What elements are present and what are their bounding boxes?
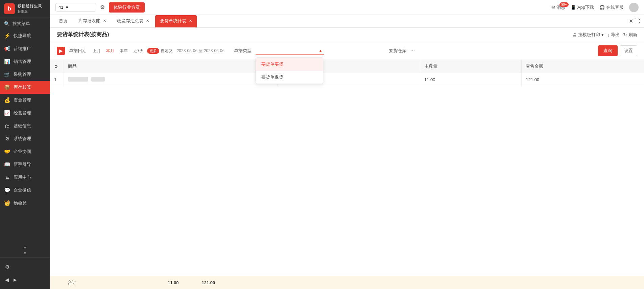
sidebar-label-guide: 新手引导 (14, 161, 46, 168)
print-btn[interactable]: 🖨 按模板打印 ▾ (572, 32, 604, 38)
quick-icon: ⚡ (4, 33, 10, 39)
filter-row: ▶ 单据日期 上月 本月 本年 近7天 更多 自定义 2023-05-06 至 … (57, 45, 637, 56)
sidebar-item-purchase[interactable]: 🛒 采购管理 (0, 68, 50, 81)
message-btn[interactable]: ✉ 消息 99+ (551, 4, 565, 10)
refresh-btn[interactable]: ↻ 刷新 (623, 32, 637, 38)
tab-order-stats[interactable]: 要货单统计表 ✕ (155, 15, 197, 27)
date-more-badge[interactable]: 更多 (147, 48, 159, 54)
sidebar-item-basic[interactable]: 🗂 基础信息 (0, 119, 50, 132)
th-settings[interactable]: ⚙ (50, 60, 64, 73)
online-service-btn[interactable]: 🎧 在线客服 (599, 4, 624, 10)
type-dropdown: 要货单要货 要货单退货 (256, 58, 323, 84)
tab-batch[interactable]: 库存批次账 ✕ (74, 15, 111, 27)
date-btn-7days[interactable]: 近7天 (131, 47, 146, 54)
footer-amount: 121.00 (202, 280, 215, 285)
tab-batch-close[interactable]: ✕ (103, 19, 106, 23)
sidebar-item-finance[interactable]: 💰 资金管理 (0, 94, 50, 107)
date-btn-last-month[interactable]: 上月 (91, 47, 103, 54)
warehouse-label: 要货仓库 (389, 48, 406, 54)
sidebar-item-operation[interactable]: 📈 经营管理 (0, 107, 50, 119)
service-label: 在线客服 (606, 4, 624, 10)
tab-close-all[interactable]: ✕ (629, 18, 633, 24)
topbar-left: 41 ▾ ⚙ 体验行业方案 (55, 2, 145, 13)
filter-expand-btn[interactable]: ▶ (57, 47, 65, 55)
setting-btn[interactable]: 设置 (620, 45, 637, 56)
user-avatar[interactable] (629, 3, 639, 12)
sidebar-item-guide[interactable]: 📖 新手引导 (0, 158, 50, 171)
member-icon: 👑 (4, 200, 10, 206)
warehouse-more-btn[interactable]: ··· (410, 48, 415, 54)
table-row: 1 块 11.00 121.00 (50, 73, 644, 86)
app-name: 畅捷通好生意 (18, 4, 42, 9)
sidebar-scroll-area: ▲ ▼ (0, 243, 50, 258)
sidebar-item-apps[interactable]: 🖥 应用中心 (0, 171, 50, 184)
gear-icon[interactable]: ⚙ (100, 4, 105, 10)
sidebar-item-sales[interactable]: 📊 销售管理 (0, 55, 50, 68)
sidebar-item-member[interactable]: 👑 畅会员 (0, 197, 50, 209)
purchase-icon: 🛒 (4, 71, 10, 77)
app-download-btn[interactable]: 📱 App下载 (571, 4, 594, 10)
sidebar-label-system: 系统管理 (14, 136, 46, 142)
th-goods: 商品 (64, 60, 277, 73)
app-download-label: App下载 (577, 4, 594, 10)
sidebar-item-wechat[interactable]: 💬 企业微信 (0, 184, 50, 197)
custom-date-btn[interactable]: 自定义 (161, 48, 173, 54)
search-menu[interactable]: 🔍 搜索菜单 (0, 18, 50, 29)
main-area: 41 ▾ ⚙ 体验行业方案 ✉ 消息 99+ 📱 App下载 🎧 在线客服 (50, 0, 644, 289)
industry-btn[interactable]: 体验行业方案 (109, 2, 145, 13)
sidebar-item-inventory[interactable]: 📦 库存核算 (0, 81, 50, 94)
tab-home-label: 首页 (59, 18, 68, 24)
date-btn-this-year[interactable]: 本年 (118, 47, 130, 54)
sidebar-label-sales: 销售管理 (14, 59, 46, 65)
tabs-bar: 首页 库存批次账 ✕ 收发存汇总表 ✕ 要货单统计表 ✕ ✕ ⛶ (50, 15, 644, 28)
logo-icon: b (4, 3, 15, 14)
sidebar-item-quick[interactable]: ⚡ 快捷导航 (0, 29, 50, 42)
sidebar-bottom: ⚙ ◀ ▶ (0, 258, 50, 289)
cell-index: 1 (50, 73, 64, 86)
sidebar-item-system[interactable]: ⚙ 系统管理 (0, 132, 50, 145)
sidebar-label-wechat: 企业微信 (14, 187, 46, 193)
sidebar-toggle[interactable]: ◀ ▶ (0, 273, 50, 286)
content-area: 要货单统计表(按商品) 🖨 按模板打印 ▾ ↓ 导出 ↻ 刷新 (50, 28, 644, 289)
dropdown-option-2[interactable]: 要货单退货 (256, 71, 323, 84)
sidebar-settings[interactable]: ⚙ (0, 261, 50, 273)
settings-icon: ⚙ (4, 264, 10, 270)
type-select-input[interactable] (256, 47, 324, 55)
sidebar-label-operation: 经营管理 (14, 110, 46, 116)
tab-summary-close[interactable]: ✕ (146, 19, 149, 23)
type-label: 单据类型 (234, 48, 252, 54)
page-title: 要货单统计表(按商品) (57, 31, 109, 38)
sidebar-item-marketing[interactable]: 📢 营销推广 (0, 42, 50, 55)
tab-home[interactable]: 首页 (54, 15, 72, 27)
sidebar: b 畅捷通好生意 标准版 🔍 搜索菜单 ⚡ 快捷导航 📢 营销推广 📊 销售管理… (0, 0, 50, 289)
sidebar-nav: ⚡ 快捷导航 📢 营销推广 📊 销售管理 🛒 采购管理 📦 库存核算 💰 资金管… (0, 29, 50, 243)
date-btn-this-month[interactable]: 本月 (104, 47, 116, 54)
sidebar-label-marketing: 营销推广 (14, 46, 46, 52)
page-header: 要货单统计表(按商品) 🖨 按模板打印 ▾ ↓ 导出 ↻ 刷新 (50, 28, 644, 42)
guide-icon: 📖 (4, 161, 10, 168)
sidebar-item-collab[interactable]: 🤝 企业协同 (0, 145, 50, 158)
chevron-down-icon: ▾ (66, 5, 68, 10)
topbar-right: ✉ 消息 99+ 📱 App下载 🎧 在线客服 (551, 3, 639, 12)
type-select-arrow[interactable]: ▲ (318, 48, 323, 53)
table-area: ⚙ 商品 主计量单位 主数量 零售金额 (50, 60, 644, 276)
search-menu-label: 搜索菜单 (13, 21, 30, 27)
sidebar-scroll-up[interactable]: ▲ (22, 244, 28, 250)
tab-summary[interactable]: 收发存汇总表 ✕ (112, 15, 154, 27)
dropdown-option-1[interactable]: 要货单要货 (256, 58, 323, 71)
query-btn[interactable]: 查询 (598, 45, 618, 56)
tab-batch-label: 库存批次账 (78, 18, 100, 24)
tab-expand[interactable]: ⛶ (635, 18, 640, 24)
sidebar-label-inventory: 库存核算 (14, 84, 46, 90)
date-label: 单据日期 (69, 48, 87, 54)
company-selector[interactable]: 41 ▾ (55, 3, 96, 12)
print-dropdown-icon: ▾ (601, 32, 604, 37)
export-btn[interactable]: ↓ 导出 (607, 32, 620, 38)
tab-order-stats-close[interactable]: ✕ (189, 19, 192, 23)
sidebar-label-apps: 应用中心 (14, 174, 46, 180)
date-range-text: 2023-05-06 至 2023-06-06 (177, 48, 224, 54)
sidebar-scroll-down[interactable]: ▼ (22, 250, 28, 256)
footer-quantity: 11.00 (168, 280, 179, 285)
company-selector-value: 41 (58, 5, 63, 10)
sidebar-label-basic: 基础信息 (14, 123, 46, 129)
